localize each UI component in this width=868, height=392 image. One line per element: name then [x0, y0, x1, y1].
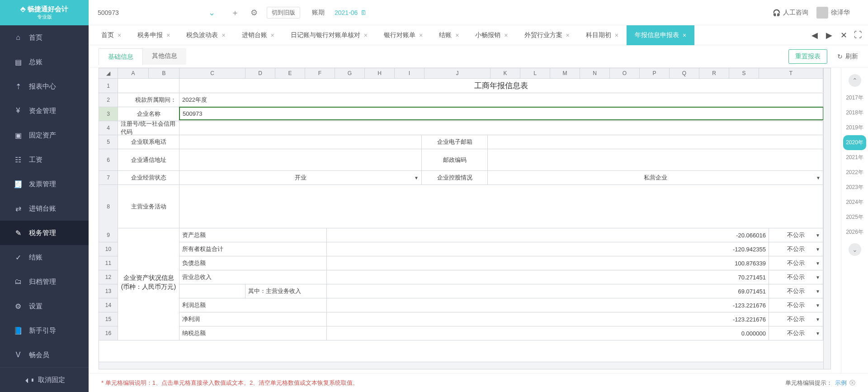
- col-header-T[interactable]: T: [759, 68, 823, 78]
- fullscreen-icon[interactable]: ⛶: [852, 29, 864, 42]
- tab-5[interactable]: 银行对账单×: [376, 25, 431, 45]
- sidebar-item-5[interactable]: ☷工资: [0, 147, 89, 172]
- year-2025年[interactable]: 2025年: [843, 210, 866, 225]
- postcode-input[interactable]: [488, 149, 823, 171]
- col-header-H[interactable]: H: [365, 68, 395, 78]
- tab-7[interactable]: 小畅报销×: [467, 25, 516, 45]
- tab-6[interactable]: 结账×: [431, 25, 467, 45]
- asset-value[interactable]: -123.221676: [327, 312, 769, 326]
- row-header-2[interactable]: 2: [99, 93, 118, 107]
- publish-select[interactable]: 不公示: [769, 256, 823, 270]
- mainbiz-input[interactable]: [179, 185, 823, 228]
- sidebar-item-13[interactable]: V畅会员: [0, 343, 89, 367]
- sidebar-item-3[interactable]: ¥资金管理: [0, 99, 89, 123]
- asset-value[interactable]: 100.876339: [327, 256, 769, 270]
- year-2021年[interactable]: 2021年: [843, 150, 866, 165]
- sidebar-item-1[interactable]: ▤总账: [0, 50, 89, 74]
- settings-icon[interactable]: ⚙: [248, 6, 260, 19]
- spreadsheet[interactable]: ◢ABCDEFGHIJKLMNOPQRST 1工商年报信息表2税款所属期间：20…: [99, 68, 831, 369]
- row-header-10[interactable]: 10: [99, 242, 118, 256]
- switch-old-version-button[interactable]: 切到旧版: [267, 7, 300, 19]
- year-2026年[interactable]: 2026年: [843, 225, 866, 240]
- company-name-input[interactable]: 500973: [179, 107, 823, 120]
- col-header-E[interactable]: E: [275, 68, 305, 78]
- sidebar-item-7[interactable]: ⇄进销台账: [0, 196, 89, 221]
- publish-select[interactable]: 不公示: [769, 270, 823, 284]
- asset-value[interactable]: 0.000000: [327, 326, 769, 340]
- close-icon[interactable]: ×: [455, 32, 459, 39]
- year-2018年[interactable]: 2018年: [843, 105, 866, 120]
- asset-value[interactable]: -120.942355: [327, 242, 769, 256]
- sidebar-item-2[interactable]: ⇡报表中心: [0, 74, 89, 99]
- subtab-basic[interactable]: 基础信息: [99, 48, 143, 65]
- clear-icon[interactable]: ⓧ: [849, 379, 855, 387]
- tab-close-all-icon[interactable]: ✕: [837, 29, 850, 42]
- col-header-S[interactable]: S: [729, 68, 759, 78]
- col-header-B[interactable]: B: [149, 68, 179, 78]
- publish-select[interactable]: 不公示: [769, 284, 823, 298]
- year-2019年[interactable]: 2019年: [843, 120, 866, 135]
- close-icon[interactable]: ×: [166, 32, 170, 39]
- row-header-15[interactable]: 15: [99, 312, 118, 326]
- holding-select[interactable]: 私营企业: [488, 171, 823, 184]
- year-2017年[interactable]: 2017年: [843, 90, 866, 105]
- col-header-R[interactable]: R: [699, 68, 729, 78]
- sidebar-item-0[interactable]: ⌂首页: [0, 25, 89, 50]
- close-icon[interactable]: ×: [364, 32, 368, 39]
- sidebar-item-6[interactable]: 🧾发票管理: [0, 172, 89, 196]
- col-header-K[interactable]: K: [491, 68, 520, 78]
- row-header-4[interactable]: 4: [99, 121, 118, 135]
- col-header-C[interactable]: C: [179, 68, 245, 78]
- col-header-G[interactable]: G: [335, 68, 365, 78]
- sidebar-item-4[interactable]: ▣固定资产: [0, 123, 89, 147]
- row-header-3[interactable]: 3: [99, 107, 118, 121]
- close-icon[interactable]: ×: [118, 32, 121, 39]
- user-menu[interactable]: 徐泽华: [816, 7, 850, 19]
- row-header-14[interactable]: 14: [99, 298, 118, 312]
- col-header-D[interactable]: D: [245, 68, 275, 78]
- year-2020年[interactable]: 2020年: [843, 135, 866, 150]
- tab-9[interactable]: 科目期初×: [578, 25, 627, 45]
- close-icon[interactable]: ×: [419, 32, 423, 39]
- sidebar-item-11[interactable]: ⚙设置: [0, 294, 89, 318]
- col-header-F[interactable]: F: [305, 68, 335, 78]
- org-selector[interactable]: 500973 ⌄: [89, 8, 224, 18]
- year-prev-icon[interactable]: ⌃: [849, 74, 861, 87]
- close-icon[interactable]: ×: [222, 32, 225, 39]
- asset-value[interactable]: -20.066016: [327, 228, 769, 242]
- email-input[interactable]: [488, 135, 823, 149]
- tab-scroll-right-icon[interactable]: ▶: [823, 29, 835, 42]
- row-header-5[interactable]: 5: [99, 135, 118, 149]
- year-2022年[interactable]: 2022年: [843, 165, 866, 180]
- vertical-scrollbar[interactable]: [823, 68, 830, 369]
- publish-select[interactable]: 不公示: [769, 298, 823, 312]
- tab-2[interactable]: 税负波动表×: [178, 25, 233, 45]
- select-all-corner[interactable]: ◢: [99, 68, 118, 78]
- add-icon[interactable]: ＋: [229, 6, 241, 19]
- col-header-L[interactable]: L: [520, 68, 550, 78]
- period-picker[interactable]: 2021-06 🗓: [335, 9, 367, 16]
- col-header-P[interactable]: P: [640, 68, 670, 78]
- tab-scroll-left-icon[interactable]: ◀: [808, 29, 821, 42]
- status-select[interactable]: 开业: [179, 171, 422, 184]
- asset-value[interactable]: 69.071451: [327, 284, 769, 298]
- col-header-J[interactable]: J: [425, 68, 491, 78]
- asset-value[interactable]: -123.221676: [327, 298, 769, 312]
- sidebar-collapse-button[interactable]: ⏴▮ 取消固定: [0, 367, 89, 392]
- sidebar-item-12[interactable]: 📘新手引导: [0, 318, 89, 343]
- tab-1[interactable]: 税务申报×: [129, 25, 178, 45]
- close-icon[interactable]: ×: [271, 32, 274, 39]
- period-value-cell[interactable]: 2022年度: [179, 93, 823, 107]
- tab-0[interactable]: 首页×: [93, 25, 129, 45]
- year-2023年[interactable]: 2023年: [843, 180, 866, 195]
- phone-input[interactable]: [179, 135, 422, 149]
- tab-8[interactable]: 外贸行业方案×: [516, 25, 578, 45]
- publish-select[interactable]: 不公示: [769, 228, 823, 242]
- close-icon[interactable]: ×: [615, 32, 618, 39]
- horizontal-scrollbar[interactable]: [99, 362, 823, 369]
- col-header-I[interactable]: I: [395, 68, 425, 78]
- regno-input[interactable]: [179, 121, 823, 135]
- asset-value[interactable]: 70.271451: [327, 270, 769, 284]
- row-header-12[interactable]: 12: [99, 270, 118, 284]
- col-header-N[interactable]: N: [580, 68, 610, 78]
